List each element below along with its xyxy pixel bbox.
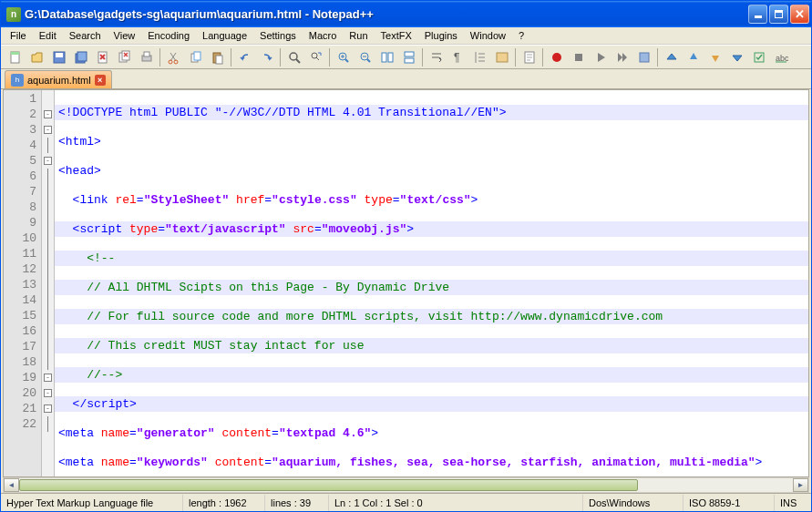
- editor-area[interactable]: 12345678910111213141516171819202122 ----…: [3, 89, 809, 477]
- svg-rect-22: [388, 53, 393, 62]
- new-file-button[interactable]: [5, 47, 26, 67]
- minimize-button[interactable]: [748, 5, 767, 24]
- code-line: // For full source code and more DHTML s…: [55, 309, 808, 324]
- undo-button[interactable]: [234, 47, 255, 67]
- scroll-thumb[interactable]: [19, 479, 638, 491]
- menu-window[interactable]: Window: [465, 28, 511, 43]
- scroll-track[interactable]: [19, 478, 793, 492]
- tb-extra-6[interactable]: abc: [770, 47, 791, 67]
- paste-button[interactable]: [207, 47, 228, 67]
- tb-extra-4[interactable]: [726, 47, 747, 67]
- svg-rect-16: [216, 56, 222, 64]
- fold-toggle[interactable]: -: [44, 126, 52, 134]
- menu-plugins[interactable]: Plugins: [419, 28, 463, 43]
- toolbar-separator: [231, 48, 231, 67]
- toolbar-separator: [657, 48, 658, 67]
- tab-label: aquarium.html: [27, 75, 91, 86]
- macro-record-button[interactable]: [546, 47, 567, 67]
- file-tab[interactable]: h aquarium.html ×: [5, 70, 112, 88]
- menu-run[interactable]: Run: [344, 28, 373, 43]
- menu-encoding[interactable]: Encoding: [142, 28, 195, 43]
- menu-help[interactable]: ?: [513, 28, 529, 43]
- close-button[interactable]: ✕: [790, 5, 809, 24]
- fold-toggle[interactable]: -: [44, 157, 52, 165]
- save-button[interactable]: [48, 47, 69, 67]
- zoom-out-button[interactable]: [355, 47, 375, 67]
- sync-v-button[interactable]: [376, 47, 397, 67]
- app-window: n G:\Database\gadgets-sg\aquarium\aquari…: [0, 0, 812, 512]
- copy-button[interactable]: [185, 47, 206, 67]
- maximize-button[interactable]: [769, 5, 788, 24]
- svg-rect-14: [194, 52, 200, 60]
- redo-button[interactable]: [256, 47, 277, 67]
- close-all-button[interactable]: [114, 47, 135, 67]
- status-lines: lines : 39: [265, 495, 329, 511]
- svg-rect-23: [405, 52, 414, 56]
- horizontal-scrollbar[interactable]: ◄ ►: [3, 477, 809, 493]
- lang-udl-button[interactable]: [491, 47, 512, 67]
- fold-column[interactable]: ------: [42, 90, 55, 476]
- code-content[interactable]: <!DOCTYPE html PUBLIC "-//W3C//DTD HTML …: [55, 90, 808, 476]
- macro-stop-button[interactable]: [568, 47, 589, 67]
- menubar: File Edit Search View Encoding Language …: [1, 27, 811, 45]
- tb-extra-2[interactable]: [683, 47, 704, 67]
- cut-button[interactable]: [163, 47, 184, 67]
- code-line: <link rel="StyleSheet" href="cstyle.css"…: [55, 192, 808, 208]
- sync-h-button[interactable]: [398, 47, 419, 67]
- menu-textfx[interactable]: TextFX: [375, 28, 417, 43]
- scroll-right-button[interactable]: ►: [793, 478, 808, 492]
- replace-button[interactable]: [305, 47, 326, 67]
- indent-guide-button[interactable]: [469, 47, 490, 67]
- tb-extra-1[interactable]: [661, 47, 682, 67]
- fold-toggle[interactable]: -: [44, 389, 52, 397]
- svg-rect-21: [382, 53, 386, 62]
- show-all-chars-button[interactable]: ¶: [447, 47, 468, 67]
- macro-play-button[interactable]: [590, 47, 611, 67]
- status-language: Hyper Text Markup Language file: [1, 495, 183, 511]
- tb-extra-3[interactable]: [704, 47, 725, 67]
- fold-toggle[interactable]: -: [44, 374, 52, 382]
- titlebar[interactable]: n G:\Database\gadgets-sg\aquarium\aquari…: [1, 1, 811, 27]
- status-position: Ln : 1 Col : 1 Sel : 0: [329, 495, 583, 511]
- code-line: <!DOCTYPE html PUBLIC "-//W3C//DTD HTML …: [55, 105, 808, 120]
- tb-extra-5[interactable]: [748, 47, 769, 67]
- menu-settings[interactable]: Settings: [254, 28, 302, 43]
- open-file-button[interactable]: [26, 47, 47, 67]
- find-button[interactable]: [283, 47, 304, 67]
- scroll-left-button[interactable]: ◄: [4, 478, 19, 492]
- app-icon: n: [6, 7, 21, 22]
- code-line: <!--: [55, 251, 808, 266]
- window-title: G:\Database\gadgets-sg\aquarium\aquarium…: [25, 7, 748, 21]
- menu-view[interactable]: View: [108, 28, 141, 43]
- menu-file[interactable]: File: [5, 28, 32, 43]
- status-encoding: ISO 8859-1: [684, 495, 775, 511]
- svg-rect-10: [144, 52, 149, 56]
- status-eol: Dos\Windows: [583, 495, 684, 511]
- close-file-button[interactable]: [92, 47, 113, 67]
- tab-close-button[interactable]: ×: [95, 75, 106, 86]
- zoom-in-button[interactable]: [333, 47, 354, 67]
- print-button[interactable]: [136, 47, 157, 67]
- toolbar-separator: [515, 48, 516, 67]
- toolbar-separator: [280, 48, 281, 67]
- menu-macro[interactable]: Macro: [303, 28, 343, 43]
- svg-point-28: [552, 53, 561, 62]
- window-buttons: ✕: [748, 5, 809, 24]
- menu-edit[interactable]: Edit: [34, 28, 62, 43]
- fold-toggle[interactable]: -: [44, 110, 52, 118]
- code-line: // This credit MUST stay intact for use: [55, 338, 808, 353]
- svg-rect-29: [575, 54, 582, 61]
- macro-save-button[interactable]: [633, 47, 654, 67]
- save-all-button[interactable]: [70, 47, 91, 67]
- menu-language[interactable]: Language: [197, 28, 252, 43]
- macro-play-multi-button[interactable]: [612, 47, 632, 67]
- menu-search[interactable]: Search: [64, 28, 107, 43]
- wordwrap-button[interactable]: [426, 47, 447, 67]
- toolbar-separator: [542, 48, 543, 67]
- doc-map-button[interactable]: [519, 47, 540, 67]
- status-length: length : 1962: [183, 495, 265, 511]
- line-number-gutter[interactable]: 12345678910111213141516171819202122: [4, 90, 42, 476]
- toolbar-separator: [329, 48, 330, 67]
- fold-toggle[interactable]: -: [44, 404, 52, 413]
- file-icon: h: [11, 74, 24, 87]
